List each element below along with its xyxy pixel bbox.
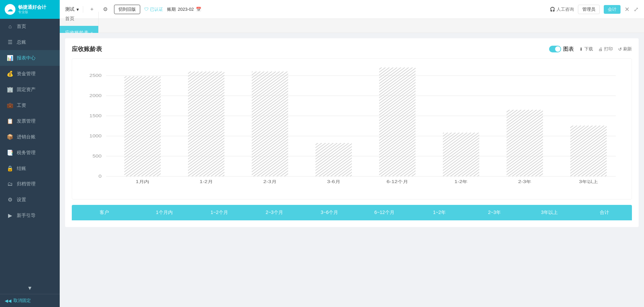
svg-text:2500: 2500 [90,73,102,78]
sidebar-item-close[interactable]: 🔒 结账 [0,161,60,176]
toggle-track[interactable] [549,46,561,52]
sidebar-item-label-settings: 设置 [17,197,26,203]
toggle-label: 图表 [563,46,574,53]
sidebar-item-tax[interactable]: 📑 税务管理 [0,145,60,161]
sidebar-scroll-down[interactable]: ▼ [0,282,60,294]
window-expand-button[interactable]: ⤢ [634,6,639,13]
archive-icon: 🗂 [7,181,13,187]
bar-6 [443,133,479,176]
sidebar: ☁ 畅捷通好会计 专业版 ⌂ 首页 ☰ 总账 📊 报表中心 💰 资金管理 🏢 固… [0,0,60,307]
table-header-cell: 3~6个月 [302,205,357,220]
headset-icon: 🎧 [550,7,555,12]
settings-icon: ⚙ [7,196,13,203]
invoice-icon: 📋 [7,118,13,124]
bar-chart: 0 500 1000 1500 2000 [79,65,625,190]
cert-label: 已认证 [150,6,163,12]
sidebar-item-label-purchase: 进销台账 [17,134,36,140]
print-button[interactable]: 🖨 打印 [598,46,613,52]
sidebar-item-label-archive: 归档管理 [17,181,36,187]
consult-button[interactable]: 🎧 人工咨询 [550,6,574,12]
table-header: 客户1个月内1~2个月2~3个月3~6个月6~12个月1~2年2~3年3年以上合… [72,205,632,220]
bar-4 [315,143,352,176]
page-title: 应收账龄表 [72,45,102,53]
tab-close-aging[interactable]: × [91,31,93,35]
table-header-cell: 3年以上 [522,205,577,220]
logo-icon: ☁ [5,4,15,15]
table-header-cell: 合计 [577,205,632,220]
table-header-cell: 客户 [72,205,137,220]
page-header: 应收账龄表 图表 ⬇ 下载 🖨 打印 [72,45,632,53]
logo-text: 畅捷通好会计 [18,4,46,10]
sidebar-item-guide[interactable]: ▶ 新手引导 [0,208,60,223]
table-header-cell: 1~2年 [412,205,467,220]
sidebar-logo: ☁ 畅捷通好会计 专业版 [0,0,60,19]
bar-5 [379,68,416,176]
cert-status: 🛡 已认证 [144,6,163,12]
print-icon: 🖨 [598,47,603,52]
sidebar-item-label-salary: 工资 [17,102,26,108]
role-button[interactable]: 会计 [604,5,621,14]
period-value: 2023-02 [178,7,194,12]
sidebar-item-salary[interactable]: 💼 工资 [0,97,60,113]
sidebar-item-archive[interactable]: 🗂 归档管理 [0,176,60,192]
bar-2 [188,72,225,176]
table-header-cell: 1个月内 [137,205,192,220]
sidebar-item-label-tax: 税务管理 [17,150,36,156]
content-area: 应收账龄表 图表 ⬇ 下载 🖨 打印 [60,33,644,307]
sidebar-item-reports[interactable]: 📊 报表中心 [0,50,60,66]
svg-text:1-2月: 1-2月 [200,179,213,184]
svg-text:1月内: 1月内 [136,179,149,184]
cancel-fixed-button[interactable]: ◀◀ 取消固定 [0,294,60,307]
sidebar-item-home[interactable]: ⌂ 首页 [0,19,60,34]
window-close-button[interactable]: ✕ [625,6,630,13]
consult-label: 人工咨询 [556,6,574,12]
sidebar-item-label-funds: 资金管理 [17,71,36,77]
tabs-bar: 首页应收账龄表× [60,19,644,33]
guide-icon: ▶ [7,212,13,219]
table-header-cell: 2~3年 [467,205,522,220]
shield-icon: 🛡 [144,7,149,12]
bar-8 [570,126,607,176]
download-button[interactable]: ⬇ 下载 [579,46,593,52]
ledger-icon: ☰ [7,39,13,45]
svg-text:0: 0 [99,174,102,178]
main-area: 测试 ▾ ＋ ⚙ 切到旧版 🛡 已认证 账期 2023-02 📅 🎧 人工咨询 … [60,0,644,307]
sidebar-item-ledger[interactable]: ☰ 总账 [0,34,60,50]
user-button[interactable]: 管理员 [578,5,600,14]
period-label: 账期 [167,6,176,12]
refresh-button[interactable]: ↺ 刷新 [618,46,632,52]
table-header-cell: 1~2个月 [192,205,247,220]
sidebar-item-label-assets: 固定资产 [17,87,36,93]
purchase-icon: 📦 [7,134,13,140]
svg-text:6-12个月: 6-12个月 [386,179,408,184]
tab-home[interactable]: 首页 [60,12,99,26]
sidebar-item-label-guide: 新手引导 [17,213,36,219]
sidebar-item-purchase[interactable]: 📦 进销台账 [0,129,60,145]
chart-toggle[interactable]: 图表 [549,46,574,53]
sidebar-item-label-reports: 报表中心 [17,55,36,61]
reports-icon: 📊 [7,55,13,61]
sidebar-item-funds[interactable]: 💰 资金管理 [0,66,60,82]
sidebar-item-settings[interactable]: ⚙ 设置 [0,192,60,208]
logo-sub: 专业版 [18,10,46,14]
svg-text:3-6月: 3-6月 [327,179,340,184]
chart-area: 0 500 1000 1500 2000 [72,58,632,200]
cancel-fixed-label: 取消固定 [13,298,31,304]
sidebar-item-label-close: 结账 [17,166,26,172]
settings-icon[interactable]: ⚙ [101,5,110,14]
period-info: 账期 2023-02 📅 [167,6,201,12]
close-icon: 🔒 [7,165,13,172]
svg-text:2000: 2000 [90,93,102,98]
calendar-icon[interactable]: 📅 [196,7,201,12]
switch-old-button[interactable]: 切到旧版 [114,5,140,14]
bar-3 [252,72,288,176]
sidebar-item-assets[interactable]: 🏢 固定资产 [0,82,60,97]
tab-label-home: 首页 [65,16,74,22]
topbar: 测试 ▾ ＋ ⚙ 切到旧版 🛡 已认证 账期 2023-02 📅 🎧 人工咨询 … [60,0,644,19]
sidebar-item-label-invoice: 发票管理 [17,118,36,124]
sidebar-item-invoice[interactable]: 📋 发票管理 [0,113,60,129]
salary-icon: 💼 [7,102,13,108]
sidebar-nav: ⌂ 首页 ☰ 总账 📊 报表中心 💰 资金管理 🏢 固定资产 💼 工资 📋 发票… [0,19,60,282]
sidebar-item-label-home: 首页 [17,24,26,30]
svg-text:2-3年: 2-3年 [518,179,531,184]
